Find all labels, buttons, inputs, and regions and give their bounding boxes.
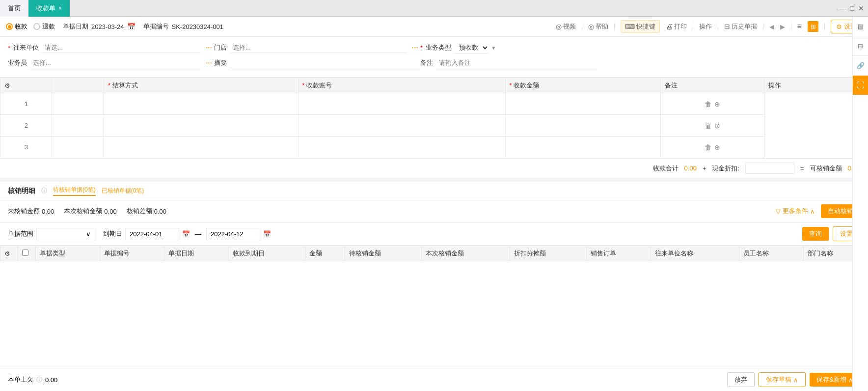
row3-amount[interactable] <box>298 137 505 158</box>
divider6 <box>791 23 791 30</box>
tab-active-label: 收款单 <box>36 4 55 13</box>
view-grid-icon[interactable]: ⊞ <box>808 21 818 32</box>
date-from-input[interactable] <box>125 228 179 240</box>
row1-amount[interactable] <box>298 93 505 115</box>
row2-note[interactable] <box>505 115 660 137</box>
calendar-to-icon[interactable]: 📅 <box>263 230 271 238</box>
row2-copy-icon[interactable]: ⊕ <box>714 122 720 130</box>
verification-info-icon[interactable]: ⓘ <box>41 187 47 195</box>
date-to-input[interactable] <box>206 228 260 240</box>
number-value: SK-20230324-001 <box>172 23 224 30</box>
footer-value: 0.00 <box>45 376 57 384</box>
salesman-input[interactable] <box>30 57 201 68</box>
calendar-from-icon[interactable]: 📅 <box>182 230 190 238</box>
calendar-icon[interactable]: 📅 <box>127 23 136 30</box>
radio-shoukuan[interactable]: 收款 <box>6 22 27 31</box>
query-button[interactable]: 查询 <box>802 227 829 241</box>
note-label: 备注 <box>420 58 433 67</box>
view-list-icon[interactable]: ≡ <box>797 22 802 31</box>
row2-amount[interactable] <box>298 115 505 137</box>
select-all-checkbox[interactable] <box>22 250 28 256</box>
more-conditions-label: 更多条件 <box>783 207 808 216</box>
counterparty-input[interactable] <box>42 42 201 53</box>
counterparty-field: * 往来单位 ··· <box>8 42 214 53</box>
store-more-btn[interactable]: ··· <box>410 43 420 52</box>
row3-copy-icon[interactable]: ⊕ <box>714 143 720 151</box>
abandon-button[interactable]: 放弃 <box>727 372 755 387</box>
row3-note[interactable] <box>505 137 660 158</box>
row1-actions: 🗑 ⊕ <box>661 93 764 115</box>
col-checkbox-bottom[interactable] <box>18 246 36 261</box>
due-date-field: 到期日 📅 — 📅 <box>103 228 271 240</box>
right-panel-icon2[interactable]: ⊟ <box>853 36 868 56</box>
row2-account[interactable] <box>104 115 298 137</box>
video-label: 视频 <box>563 22 576 31</box>
row1-payment-method[interactable] <box>52 93 104 115</box>
help-icon: ◎ <box>588 23 594 30</box>
action-link[interactable]: 操作 <box>699 22 712 31</box>
row1-delete-icon[interactable]: 🗑 <box>705 100 711 108</box>
discount-input[interactable] <box>745 163 794 174</box>
toolbar-number-field: 单据编号 SK-20230324-001 <box>143 22 224 31</box>
salesman-field: 业务员 ··· <box>8 57 214 68</box>
business-type-select[interactable]: 预收款 <box>454 42 489 54</box>
unverified-amount: 未核销金额 0.00 <box>8 207 54 216</box>
nav-next-icon[interactable]: ▶ <box>780 23 785 30</box>
help-link[interactable]: ◎ 帮助 <box>588 22 608 31</box>
tab-close-icon[interactable]: × <box>58 5 62 12</box>
col-doc-num-header: 单据编号 <box>100 246 164 261</box>
shortcut-label: 快捷键 <box>636 22 655 31</box>
table-section: ⚙ * 结算方式 * 收款账号 * 收款金额 备注 操作 <box>0 78 868 178</box>
col-settings-bottom[interactable]: ⚙ <box>0 246 18 261</box>
window-min-icon[interactable]: — <box>840 4 846 12</box>
window-close-icon[interactable]: ✕ <box>858 4 864 12</box>
radio-tuikuan[interactable]: 退款 <box>33 22 55 31</box>
row3-delete-icon[interactable]: 🗑 <box>705 143 711 151</box>
row1-copy-icon[interactable]: ⊕ <box>714 100 720 108</box>
row-num-3: 3 <box>0 137 52 158</box>
tab-active[interactable]: 收款单 × <box>28 0 70 17</box>
col-doc-type-header: 单据类型 <box>36 246 100 261</box>
summary-input[interactable] <box>230 57 420 68</box>
row3-account[interactable] <box>104 137 298 158</box>
print-link[interactable]: 🖨 打印 <box>666 22 687 31</box>
tab-done[interactable]: 已核销单据(0笔) <box>102 187 144 195</box>
row3-payment-method[interactable] <box>52 137 104 158</box>
range-select[interactable]: ∨ <box>36 228 95 240</box>
row3-actions: 🗑 ⊕ <box>661 137 764 158</box>
right-panel-icon3[interactable]: 🔗 <box>853 56 868 76</box>
row2-delete-icon[interactable]: 🗑 <box>705 122 711 130</box>
shortcut-link[interactable]: ⌨ 快捷键 <box>621 20 660 33</box>
current-label: 本次核销金额 <box>64 207 102 216</box>
verification-header: 核销明细 ⓘ 待核销单据(0笔) 已核销单据(0笔) <box>0 182 868 200</box>
required-star: * <box>8 44 10 52</box>
col-note-header: 备注 <box>661 78 764 93</box>
row2-payment-method[interactable] <box>52 115 104 137</box>
col-settings-header[interactable]: ⚙ <box>0 78 52 93</box>
nav-prev-icon[interactable]: ◀ <box>769 23 774 30</box>
right-panel-icon4[interactable]: ⛶ <box>853 76 868 95</box>
row1-account[interactable] <box>104 93 298 115</box>
row2-action-icons: 🗑 ⊕ <box>665 122 760 130</box>
video-link[interactable]: ◎ 视频 <box>556 22 576 31</box>
window-restore-icon[interactable]: □ <box>850 4 854 12</box>
salesman-more-btn[interactable]: ··· <box>204 58 214 67</box>
business-type-label: 业务类型 <box>426 43 451 52</box>
save-draft-label: 保存草稿 <box>766 375 791 384</box>
footer-left: 本单上欠 ⓘ 0.00 <box>8 375 57 384</box>
note-input[interactable] <box>436 57 597 68</box>
footer-info-icon[interactable]: ⓘ <box>36 376 42 384</box>
unverified-label: 未核销金额 <box>8 207 40 216</box>
right-icon4: ⛶ <box>857 81 865 90</box>
more-conditions-btn[interactable]: ▽ 更多条件 ∧ <box>776 207 815 216</box>
tab-home[interactable]: 首页 <box>0 0 28 17</box>
history-link[interactable]: ⊟ 历史单据 <box>724 22 757 31</box>
save-draft-button[interactable]: 保存草稿 ∧ <box>759 372 806 387</box>
summary-field: 摘要 <box>214 57 420 68</box>
required-star2: * <box>420 44 423 52</box>
counterparty-more-btn[interactable]: ··· <box>204 43 214 52</box>
row1-note[interactable] <box>505 93 660 115</box>
store-input[interactable] <box>230 42 407 53</box>
tab-pending[interactable]: 待核销单据(0笔) <box>53 186 96 196</box>
right-panel-icon1[interactable]: ▤ <box>853 17 868 36</box>
